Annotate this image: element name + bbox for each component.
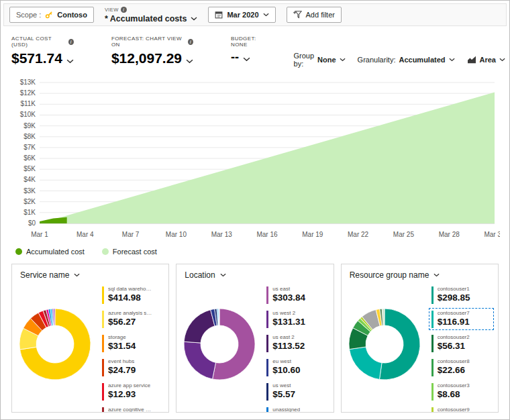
- legend-item-value: $131.31: [272, 317, 305, 327]
- forecast-label: FORECAST: CHART VIEW ON: [111, 36, 185, 48]
- legend-item[interactable]: event hubs$24.79: [99, 356, 164, 378]
- legend-item[interactable]: unassigned: [264, 405, 329, 413]
- x-tick-label: Mar 28: [439, 231, 460, 238]
- chevron-down-icon: [74, 273, 80, 277]
- legend-item-value: $31.54: [108, 341, 136, 351]
- forecast-dropdown[interactable]: $12,097.29: [111, 50, 193, 66]
- service-name-dropdown[interactable]: Service name: [12, 264, 168, 282]
- accumulated-cost-area[interactable]: [40, 217, 67, 223]
- donut-segment[interactable]: [184, 342, 216, 379]
- service-name-donut-chart[interactable]: [17, 307, 93, 382]
- x-tick-label: Mar 16: [256, 231, 278, 238]
- chart-type-value: Area: [480, 56, 496, 64]
- legend-item[interactable]: contosouser8$22.66: [429, 356, 494, 378]
- legend-item[interactable]: contosouser7$116.91: [429, 308, 494, 330]
- location-dropdown[interactable]: Location: [176, 264, 333, 282]
- legend-item-value: $414.98: [108, 293, 151, 303]
- panel-title-label: Service name: [20, 270, 69, 280]
- legend-item[interactable]: us east 2$113.52: [264, 332, 329, 354]
- group-by-dropdown[interactable]: Group by: None: [294, 52, 346, 68]
- legend-item-value: $22.66: [438, 365, 470, 375]
- scope-button[interactable]: Scope : Contoso: [9, 7, 94, 23]
- legend-item-label: storage: [108, 334, 136, 340]
- breakdown-panels: Service name sql data wareho…$414.98azur…: [11, 264, 499, 413]
- forecast-cost-area[interactable]: [40, 93, 495, 223]
- y-tick-label: $5K: [23, 165, 36, 172]
- forecast-value: $12,097.29: [111, 50, 182, 66]
- legend-item[interactable]: contosouser9: [429, 405, 494, 413]
- legend-item-label: azure cognitive …: [108, 407, 151, 413]
- location-legend: us east$303.84us west 2$131.31us east 2$…: [262, 282, 333, 413]
- accumulated-cost-dot: [15, 248, 22, 255]
- chevron-down-icon: [434, 273, 440, 277]
- stats-row: ACTUAL COST (USD) i $571.74 FORECAST: CH…: [1, 29, 509, 72]
- legend-item-value: $303.84: [272, 293, 305, 303]
- legend-item-label: us east 2: [272, 334, 305, 340]
- filter-plus-icon: [293, 11, 302, 19]
- panel-location: Location us east$303.84us west 2$131.31u…: [176, 264, 334, 413]
- legend-color-bar: [431, 407, 434, 413]
- granularity-value: Accumulated: [399, 56, 445, 64]
- legend-item-label: eu west: [272, 358, 300, 364]
- budget-label: BUDGET: NONE: [231, 36, 256, 48]
- actual-cost-dropdown[interactable]: $571.74: [11, 50, 74, 66]
- resource-group-dropdown[interactable]: Resource group name: [342, 264, 498, 282]
- chart-legend: Accumulated cost Forecast cost: [15, 248, 509, 256]
- legend-forecast-cost[interactable]: Forecast cost: [102, 248, 157, 256]
- date-picker-button[interactable]: Mar 2020: [208, 7, 275, 23]
- legend-item[interactable]: us west 2$131.31: [264, 308, 329, 330]
- legend-color-bar: [431, 359, 434, 376]
- legend-item[interactable]: contosouser2$56.31: [429, 332, 494, 354]
- granularity-dropdown[interactable]: Granularity: Accumulated: [358, 56, 455, 64]
- accumulated-cost-chart[interactable]: $0$1K$2K$3K$4K$5K$6K$7K$8K$9K$10K$11K$12…: [10, 74, 500, 242]
- main-chart-area: $0$1K$2K$3K$4K$5K$6K$7K$8K$9K$10K$11K$12…: [10, 74, 500, 245]
- legend-item[interactable]: azure analysis s…$56.27: [99, 308, 164, 330]
- scope-label: Scope :: [16, 11, 41, 19]
- legend-item-value: $56.31: [438, 341, 470, 351]
- legend-item-label: azure app service: [108, 382, 150, 388]
- y-tick-label: $11K: [20, 100, 36, 107]
- view-selector[interactable]: VIEW i * Accumulated costs: [105, 7, 198, 23]
- donut-segment[interactable]: [219, 309, 219, 325]
- legend-item-value: $8.68: [438, 389, 470, 399]
- legend-label: Forecast cost: [113, 248, 157, 256]
- location-donut-chart[interactable]: [182, 307, 257, 382]
- x-tick-label: Mar 10: [166, 231, 187, 238]
- legend-item-value: $298.85: [438, 293, 470, 303]
- legend-item-label: unassigned: [272, 407, 300, 413]
- legend-item-value: $10.60: [272, 365, 300, 375]
- x-tick-label: Mar 19: [302, 231, 323, 238]
- legend-item[interactable]: azure app service$12.93: [99, 380, 164, 403]
- budget-dropdown[interactable]: --: [231, 50, 256, 64]
- legend-item-label: contosouser8: [438, 358, 470, 364]
- resource-group-donut-chart[interactable]: [347, 307, 422, 382]
- cost-analysis-page: Scope : Contoso VIEW i * Accumulated cos…: [0, 0, 510, 420]
- key-icon: [45, 11, 53, 19]
- legend-accumulated-cost[interactable]: Accumulated cost: [15, 248, 85, 256]
- add-filter-label: Add filter: [306, 11, 335, 19]
- forecast-stat: FORECAST: CHART VIEW ON i $12,097.29: [111, 36, 193, 66]
- granularity-label: Granularity:: [358, 56, 396, 64]
- legend-item[interactable]: us west$5.57: [264, 380, 329, 403]
- legend-item[interactable]: contosouser1$298.85: [429, 284, 494, 306]
- chart-controls: Group by: None Granularity: Accumulated …: [294, 52, 505, 68]
- chevron-down-icon: [66, 59, 74, 64]
- legend-color-bar: [266, 335, 268, 352]
- x-tick-label: Mar 22: [348, 231, 369, 238]
- donut-segment[interactable]: [184, 310, 215, 343]
- chevron-down-icon: [340, 58, 346, 62]
- legend-item[interactable]: azure cognitive …: [99, 405, 164, 413]
- add-filter-button[interactable]: Add filter: [287, 7, 342, 23]
- y-tick-label: $8K: [23, 133, 36, 140]
- donut-segment[interactable]: [349, 347, 381, 379]
- legend-item[interactable]: us east$303.84: [264, 284, 329, 306]
- legend-item[interactable]: storage$31.54: [99, 332, 164, 354]
- legend-item[interactable]: contosouser3$8.68: [429, 380, 494, 403]
- date-value: Mar 2020: [227, 11, 258, 19]
- chart-type-dropdown[interactable]: Area: [467, 56, 505, 64]
- legend-item[interactable]: sql data wareho…$414.98: [99, 284, 164, 306]
- x-tick-label: Mar 25: [393, 231, 415, 238]
- donut-segment[interactable]: [379, 309, 420, 380]
- legend-item[interactable]: eu west$10.60: [264, 356, 329, 378]
- legend-item-label: sql data wareho…: [108, 286, 151, 292]
